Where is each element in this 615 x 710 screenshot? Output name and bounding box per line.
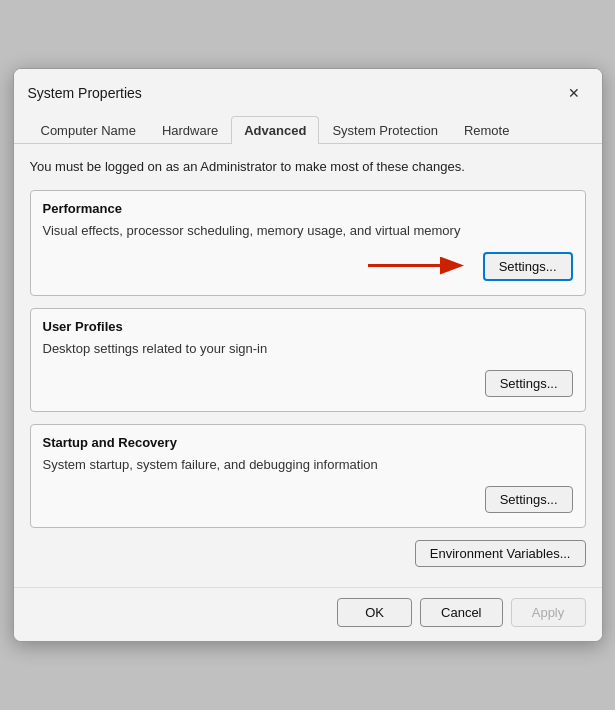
user-profiles-title: User Profiles bbox=[43, 319, 573, 334]
tab-hardware[interactable]: Hardware bbox=[149, 116, 231, 144]
arrow-icon bbox=[363, 250, 473, 280]
startup-recovery-settings-button[interactable]: Settings... bbox=[485, 486, 573, 513]
arrow-pointer bbox=[363, 250, 473, 283]
performance-title: Performance bbox=[43, 201, 573, 216]
user-profiles-section: User Profiles Desktop settings related t… bbox=[30, 308, 586, 412]
user-profiles-footer: Settings... bbox=[43, 370, 573, 397]
window-title: System Properties bbox=[28, 85, 142, 101]
performance-section: Performance Visual effects, processor sc… bbox=[30, 190, 586, 296]
tab-advanced[interactable]: Advanced bbox=[231, 116, 319, 144]
system-properties-window: System Properties ✕ Computer Name Hardwa… bbox=[13, 68, 603, 643]
tab-content: You must be logged on as an Administrato… bbox=[14, 144, 602, 588]
performance-settings-button[interactable]: Settings... bbox=[483, 252, 573, 281]
startup-recovery-section: Startup and Recovery System startup, sys… bbox=[30, 424, 586, 528]
tab-computer-name[interactable]: Computer Name bbox=[28, 116, 149, 144]
env-variables-row: Environment Variables... bbox=[30, 540, 586, 567]
startup-recovery-title: Startup and Recovery bbox=[43, 435, 573, 450]
performance-description: Visual effects, processor scheduling, me… bbox=[43, 222, 573, 240]
ok-button[interactable]: OK bbox=[337, 598, 412, 627]
startup-recovery-description: System startup, system failure, and debu… bbox=[43, 456, 573, 474]
user-profiles-description: Desktop settings related to your sign-in bbox=[43, 340, 573, 358]
dialog-footer: OK Cancel Apply bbox=[14, 587, 602, 641]
title-bar: System Properties ✕ bbox=[14, 69, 602, 107]
user-profiles-settings-button[interactable]: Settings... bbox=[485, 370, 573, 397]
admin-info-text: You must be logged on as an Administrato… bbox=[30, 158, 586, 176]
tab-bar: Computer Name Hardware Advanced System P… bbox=[14, 107, 602, 144]
performance-footer: Settings... bbox=[43, 252, 573, 281]
startup-recovery-footer: Settings... bbox=[43, 486, 573, 513]
cancel-button[interactable]: Cancel bbox=[420, 598, 502, 627]
close-button[interactable]: ✕ bbox=[560, 79, 588, 107]
apply-button[interactable]: Apply bbox=[511, 598, 586, 627]
tab-remote[interactable]: Remote bbox=[451, 116, 523, 144]
environment-variables-button[interactable]: Environment Variables... bbox=[415, 540, 586, 567]
tab-system-protection[interactable]: System Protection bbox=[319, 116, 451, 144]
